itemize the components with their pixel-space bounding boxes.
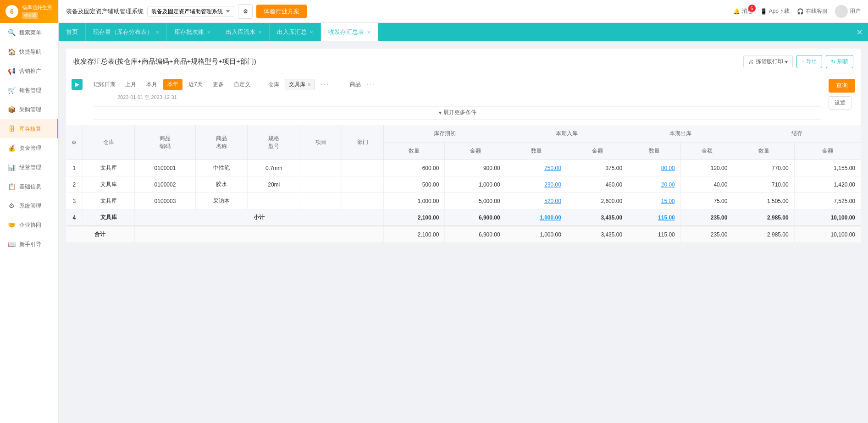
tab-inout-flow[interactable]: 出入库流水✕ xyxy=(218,23,270,41)
goods-ellipsis[interactable]: ··· xyxy=(366,81,375,89)
warehouse-tag-close[interactable]: ✕ xyxy=(307,82,311,87)
subtotal-out-amt: 235.00 xyxy=(680,209,733,226)
username-label: 用户 xyxy=(850,7,861,15)
cell-dept xyxy=(342,193,384,209)
sidebar-item-guide[interactable]: 📖新手引导 xyxy=(0,235,58,254)
cell-in-qty[interactable]: 250.00 xyxy=(506,160,567,176)
cell-project xyxy=(300,193,342,209)
tab-close-inout-summary[interactable]: ✕ xyxy=(310,30,313,35)
date-btn-more[interactable]: 更多 xyxy=(209,79,228,90)
filter-area: ▶ 记账日期 上月 本月 本年 近7天 更多 自定义 xyxy=(66,73,861,125)
cell-in-qty[interactable]: 230.00 xyxy=(506,176,567,193)
cell-in-qty[interactable]: 520.00 xyxy=(506,193,567,209)
notifications-btn[interactable]: 🔔 消息 6 xyxy=(733,7,753,15)
cell-seq: 2 xyxy=(66,176,83,193)
print-button[interactable]: 🖨 拣货版打印 ▾ xyxy=(743,55,793,68)
cell-open-amt: 1,000.00 xyxy=(445,176,506,193)
sidebar-label-search: 搜索菜单 xyxy=(19,29,41,37)
date-label: 记账日期 xyxy=(94,81,116,88)
set-button[interactable]: 设置 xyxy=(829,96,851,110)
cell-name: 中性笔 xyxy=(196,160,248,176)
tab-close-stock-summary[interactable]: ✕ xyxy=(367,30,370,35)
user-menu-btn[interactable]: 用户 xyxy=(835,5,861,18)
tab-inout-summary[interactable]: 出入库汇总✕ xyxy=(270,23,321,41)
sidebar-item-operations[interactable]: 📊经营管理 xyxy=(0,158,58,177)
system-selector[interactable]: 装备及固定资产辅助管理系统 xyxy=(147,6,234,17)
th-group-out: 本期出库 xyxy=(628,125,733,143)
tab-inventory-dist[interactable]: 现存量（库存分布表）✕ xyxy=(86,23,167,41)
tab-batch-ledger[interactable]: 库存批次账✕ xyxy=(167,23,218,41)
date-range-display: 2023-01-01 至 2023-12-31 xyxy=(117,94,177,101)
sidebar-item-finance[interactable]: 💰资金管理 xyxy=(0,138,58,158)
th-in-qty: 数量 xyxy=(506,143,567,160)
export-button[interactable]: ↑ 导出 xyxy=(796,55,822,68)
app-download-btn[interactable]: 📱 App下载 xyxy=(760,7,790,15)
settings-button[interactable]: ⚙ xyxy=(238,4,253,19)
sidebar-item-inventory[interactable]: 🗄库存核算 xyxy=(0,119,58,138)
cell-warehouse: 文具库 xyxy=(83,193,134,209)
notification-badge: 6 xyxy=(748,5,756,12)
sidebar-item-quick-nav[interactable]: 🏠快捷导航 xyxy=(0,42,58,61)
trial-button[interactable]: 体验行业方案 xyxy=(256,5,307,18)
date-btn-custom[interactable]: 自定义 xyxy=(230,79,254,90)
sidebar-item-sales[interactable]: 🛒销售管理 xyxy=(0,81,58,100)
sidebar-icon-guide: 📖 xyxy=(7,240,16,248)
sidebar-logo: 6 畅库通好生意 标准版 xyxy=(0,0,58,23)
sidebar-label-guide: 新手引导 xyxy=(19,241,41,248)
tab-close-inout-flow[interactable]: ✕ xyxy=(258,30,262,35)
sidebar-item-system[interactable]: ⚙系统管理 xyxy=(0,196,58,215)
date-btn-this-month[interactable]: 本月 xyxy=(142,79,161,90)
date-btn-last-month[interactable]: 上月 xyxy=(121,79,140,90)
warehouse-ellipsis[interactable]: ··· xyxy=(321,81,329,89)
query-button[interactable]: 查询 xyxy=(829,79,855,93)
cell-bal-qty: 770.00 xyxy=(733,160,794,176)
expand-icon: ▾ xyxy=(439,110,442,116)
topbar: 装备及固定资产辅助管理系统 装备及固定资产辅助管理系统 ⚙ 体验行业方案 🔔 消… xyxy=(59,0,868,23)
sidebar-icon-operations: 📊 xyxy=(7,163,16,171)
cell-open-qty: 600.00 xyxy=(384,160,445,176)
tab-close-inventory-dist[interactable]: ✕ xyxy=(155,30,159,35)
cell-code: 0100001 xyxy=(134,160,195,176)
tabbar: 首页现存量（库存分布表）✕库存批次账✕出入库流水✕出入库汇总✕收发存汇总表✕ ✕ xyxy=(59,23,868,41)
sidebar-item-search[interactable]: 🔍搜索菜单 xyxy=(0,23,58,42)
sidebar-label-quick-nav: 快捷导航 xyxy=(19,48,41,56)
total-in-amt: 3,435.00 xyxy=(567,226,628,243)
sidebar-item-purchase[interactable]: 📦采购管理 xyxy=(0,100,58,119)
tab-stock-summary[interactable]: 收发存汇总表✕ xyxy=(321,23,378,41)
warehouse-label: 仓库 xyxy=(268,81,279,88)
tab-home[interactable]: 首页 xyxy=(59,23,86,41)
logo-tag: 标准版 xyxy=(22,12,38,19)
sidebar-item-cooperation[interactable]: 🤝企业协同 xyxy=(0,215,58,235)
cell-warehouse: 文具库 xyxy=(83,160,134,176)
expand-more-button[interactable]: ▾ 展开更多条件 xyxy=(439,109,476,116)
print-label: 拣货版打印 xyxy=(756,58,783,66)
total-bal-amt: 10,100.00 xyxy=(794,226,861,243)
online-support-label: 在线客服 xyxy=(806,7,828,15)
user-avatar xyxy=(835,5,848,18)
tab-global-close[interactable]: ✕ xyxy=(857,28,862,37)
filter-expand-arrow[interactable]: ▶ xyxy=(72,79,83,90)
th-bal-amt: 金额 xyxy=(794,143,861,160)
cell-out-qty[interactable]: 80.00 xyxy=(628,160,681,176)
cell-code: 0100003 xyxy=(134,193,195,209)
tab-close-batch-ledger[interactable]: ✕ xyxy=(207,30,210,35)
headset-icon: 🎧 xyxy=(797,8,804,15)
sidebar-label-operations: 经营管理 xyxy=(19,164,41,171)
cell-out-qty[interactable]: 15.00 xyxy=(628,193,681,209)
tab-label-batch-ledger: 库存批次账 xyxy=(174,28,204,36)
th-settings[interactable]: ⚙ xyxy=(66,125,83,160)
sidebar-item-marketing[interactable]: 📢营销推广 xyxy=(0,61,58,81)
date-btn-7days[interactable]: 近7天 xyxy=(184,79,207,90)
page-header: 收发存汇总表(按仓库+商品编码+商品+规格型号+项目+部门) 🖨 拣货版打印 ▾… xyxy=(66,49,861,73)
sidebar-label-system: 系统管理 xyxy=(19,202,41,210)
cell-out-qty[interactable]: 20.00 xyxy=(628,176,681,193)
th-open-amt: 金额 xyxy=(445,143,506,160)
th-out-amt: 金额 xyxy=(680,143,733,160)
subtotal-open-amt: 6,900.00 xyxy=(445,209,506,226)
refresh-button[interactable]: ↻ 刷新 xyxy=(826,55,853,68)
sidebar-item-basic-info[interactable]: 📋基础信息 xyxy=(0,177,58,196)
phone-icon: 📱 xyxy=(760,8,767,15)
date-btn-this-year[interactable]: 本年 xyxy=(163,79,182,90)
online-support-btn[interactable]: 🎧 在线客服 xyxy=(797,7,828,15)
cell-dept xyxy=(342,160,384,176)
